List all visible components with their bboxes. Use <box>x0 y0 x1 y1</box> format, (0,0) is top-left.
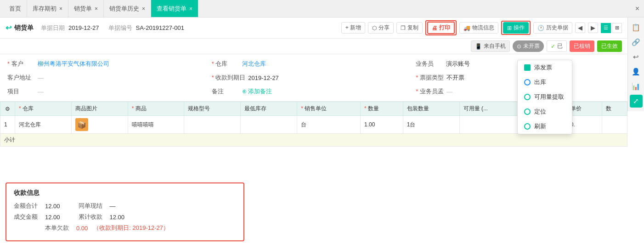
row-product: 嘻嘻嘻嘻 <box>128 116 184 134</box>
address-field: 客户地址 — <box>7 74 212 82</box>
check-icon: ✓ <box>551 43 555 50</box>
sidebar-back-button[interactable]: ↩ <box>630 51 643 63</box>
tab-inventory-initial[interactable]: 库存期初 × <box>27 0 68 17</box>
min-stock-col-header: 最低库存 <box>241 102 297 116</box>
arrears-note: （收款到期日: 2019-12-27） <box>93 224 169 232</box>
unit-col-header: 销售单位 <box>297 102 361 116</box>
amount-col-header: 数 <box>602 102 627 116</box>
invoice-icon: ⊙ <box>517 43 521 50</box>
tab-home[interactable]: 首页 <box>4 0 27 17</box>
accumulated-field: 累计收款 12.00 <box>79 213 125 221</box>
refresh-icon <box>524 123 531 130</box>
row-spec <box>184 116 241 134</box>
grid-view-button[interactable]: ⊞ <box>612 23 622 33</box>
operations-button[interactable]: ⊞ 操作 <box>503 22 529 34</box>
available-col-header: 可用量 (... <box>459 102 520 116</box>
subtotal-label: 小计 <box>0 134 627 147</box>
subtotal-row: 小计 <box>0 134 627 147</box>
product-image: 📦 <box>75 118 88 131</box>
print-icon: 🖨 <box>432 25 437 31</box>
copy-icon: ❐ <box>401 25 406 31</box>
doc-title: ↩ 销货单 <box>6 23 34 32</box>
add-note-button[interactable]: ⊕ 添加备注 <box>239 86 294 97</box>
spec-col-header: 规格型号 <box>184 102 241 116</box>
total-amount-field: 金额合计 12.00 <box>14 202 60 210</box>
product-col-header: 商品 <box>128 102 184 116</box>
payment-date-field: 收款到期日 2019-12-27 <box>212 74 416 82</box>
phone-icon: 📱 <box>475 43 482 50</box>
add-invoice-item[interactable]: 添发票 <box>518 60 572 75</box>
outbound-icon <box>524 79 531 85</box>
effective-button[interactable]: 已生效 <box>597 40 622 52</box>
settings-col-header[interactable]: ⚙ <box>0 102 15 116</box>
sidebar-notes-button[interactable]: 📋 <box>630 21 643 34</box>
pack-qty-col-header: 包装数量 <box>403 102 459 116</box>
payment-title: 收款信息 <box>14 189 236 197</box>
doc-icon: ↩ <box>6 23 11 32</box>
row-unit: 台 <box>297 116 361 134</box>
share-icon: ⬡ <box>372 25 377 31</box>
new-button[interactable]: + 新增 <box>341 22 365 34</box>
sidebar-user-button[interactable]: 👤 <box>630 65 643 78</box>
prev-record-button[interactable]: ◀ <box>575 23 585 33</box>
close-all-tabs[interactable]: × <box>635 5 639 13</box>
sidebar-chart-button[interactable]: 📊 <box>630 80 643 93</box>
row-pack-qty: 1台 <box>403 116 459 134</box>
view-toggle: ☰ ⊞ <box>601 23 622 33</box>
history-button[interactable]: 🕐 历史单据 <box>533 22 572 34</box>
available-qty-icon <box>524 94 531 100</box>
check-button[interactable]: ✓ 已 <box>547 40 567 52</box>
operations-dropdown: 添发票 出库 可用量提取 定位 刷新 <box>517 60 572 134</box>
locate-item[interactable]: 定位 <box>518 104 572 119</box>
tab-view-sales-order[interactable]: 查看销货单 × <box>151 0 198 17</box>
row-index: 1 <box>0 116 15 134</box>
history-icon: 🕐 <box>537 25 544 31</box>
close-tab-history[interactable]: × <box>142 6 145 12</box>
plus-icon: ⊕ <box>242 88 247 95</box>
row-min-stock <box>241 116 297 134</box>
logistics-icon: 🚚 <box>463 25 470 31</box>
row-quantity: 1.00 <box>361 116 403 134</box>
print-button[interactable]: 🖨 打印 <box>427 22 455 34</box>
close-tab-view[interactable]: × <box>189 6 192 12</box>
row-available <box>459 116 520 134</box>
logistics-button[interactable]: 🚚 物流信息 <box>459 22 498 34</box>
next-record-button[interactable]: ▶ <box>588 23 598 33</box>
right-sidebar: 📋 🔗 ↩ 👤 📊 ⤢ <box>627 17 644 111</box>
note-field: 备注 ⊕ 添加备注 <box>212 86 416 97</box>
list-view-button[interactable]: ☰ <box>601 23 611 33</box>
sidebar-expand-button[interactable]: ⤢ <box>630 95 643 108</box>
toolbar-row: 📱 来自手机 ⊙ 未开票 ✓ 已 已核销 已生效 <box>0 39 627 54</box>
refresh-item[interactable]: 刷新 <box>518 119 572 134</box>
from-phone-button[interactable]: 📱 来自手机 <box>471 40 510 52</box>
close-tab-sales[interactable]: × <box>95 6 98 12</box>
customer-field: 客户 柳州粤港平安气体有限公司 <box>7 59 212 69</box>
operations-icon: ⊞ <box>507 25 512 31</box>
available-qty-item[interactable]: 可用量提取 <box>518 90 572 104</box>
copy-button[interactable]: ❐ 复制 <box>396 22 423 34</box>
image-col-header: 商品图片 <box>71 102 128 116</box>
tab-sales-history[interactable]: 销货单历史 × <box>104 0 151 17</box>
sidebar-link-button[interactable]: 🔗 <box>630 36 643 49</box>
locate-icon <box>524 108 531 115</box>
doc-meta: 单据日期 2019-12-27 单据编号 SA-20191227-001 <box>41 24 184 32</box>
operations-button-highlight: ⊞ 操作 <box>501 21 531 35</box>
arrears-field: 本单欠款 0.00 （收款到期日: 2019-12-27） <box>45 224 169 232</box>
outbound-item[interactable]: 出库 <box>518 75 572 90</box>
project-field: 项目 — <box>7 87 212 96</box>
close-tab-inventory[interactable]: × <box>59 6 62 12</box>
not-open-button[interactable]: ⊙ 未开票 <box>513 40 544 52</box>
doc-header-actions: + 新增 ⬡ 分享 ❐ 复制 🖨 打印 🚚 物流信息 <box>341 20 622 35</box>
print-button-highlight: 🖨 打印 <box>425 20 457 35</box>
row-warehouse: 河北仓库 <box>15 116 72 134</box>
share-button[interactable]: ⬡ 分享 <box>368 22 394 34</box>
payment-row-2: 成交金额 12.00 累计收款 12.00 <box>14 213 236 221</box>
payment-row-1: 金额合计 12.00 同单现结 — <box>14 202 236 210</box>
tab-sales-order[interactable]: 销货单 × <box>68 0 104 17</box>
payment-info-box: 收款信息 金额合计 12.00 同单现结 — 成交金额 12.00 累计收款 <box>6 182 244 241</box>
row-image: 📦 <box>71 116 128 134</box>
row-amount <box>602 116 627 134</box>
add-invoice-icon <box>524 64 531 71</box>
warehouse-field: 仓库 河北仓库 <box>212 59 416 69</box>
cancelled-button[interactable]: 已核销 <box>570 40 594 52</box>
